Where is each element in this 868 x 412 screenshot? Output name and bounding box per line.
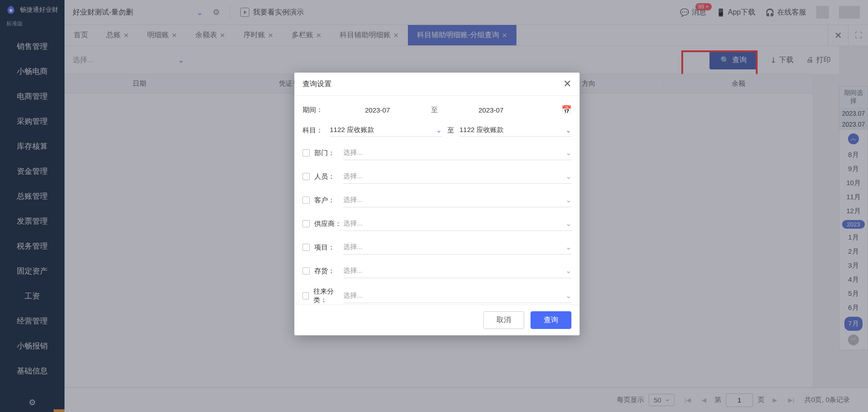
filter-label-text: 部门：	[314, 149, 335, 157]
chevron-down-icon: ⌄	[565, 196, 571, 204]
filter-label-text: 项目：	[314, 243, 335, 252]
subject-from-select[interactable]: 1122 应收账款 ⌄	[330, 124, 442, 137]
filter-label: 往来分类：	[303, 287, 343, 304]
dialog-close-button[interactable]: ✕	[563, 79, 571, 89]
calendar-icon[interactable]: 📅	[561, 105, 571, 115]
filter-row: 部门：选择...⌄	[303, 141, 571, 165]
filter-row: 人员：选择...⌄	[303, 165, 571, 188]
chevron-down-icon: ⌄	[565, 219, 571, 228]
filter-checkbox[interactable]	[303, 244, 310, 251]
period-to-input[interactable]: 2023-07	[443, 106, 539, 114]
subject-to-value: 1122 应收账款	[460, 126, 504, 134]
subject-label: 科目：	[303, 126, 330, 135]
filter-placeholder: 选择...	[343, 243, 363, 251]
chevron-down-icon: ⌄	[565, 126, 571, 134]
filter-select[interactable]: 选择...⌄	[343, 264, 571, 278]
filter-select[interactable]: 选择...⌄	[343, 193, 571, 207]
chevron-down-icon: ⌄	[565, 291, 571, 300]
filter-label: 供应商：	[303, 220, 343, 228]
subject-to-select[interactable]: 1122 应收账款 ⌄	[460, 124, 572, 137]
chevron-down-icon: ⌄	[436, 126, 442, 134]
filter-checkbox[interactable]	[303, 292, 309, 299]
filter-checkbox[interactable]	[303, 149, 310, 157]
dialog-title: 查询设置	[303, 79, 332, 89]
filter-row: 项目：选择...⌄	[303, 235, 571, 259]
filter-label: 部门：	[303, 149, 343, 157]
chevron-down-icon: ⌄	[565, 266, 571, 275]
filter-select[interactable]: 选择...⌄	[343, 240, 571, 255]
subject-from-value: 1122 应收账款	[330, 126, 374, 134]
filter-placeholder: 选择...	[343, 266, 363, 275]
filter-label-text: 往来分类：	[313, 287, 343, 304]
filter-label: 人员：	[303, 172, 343, 181]
chevron-down-icon: ⌄	[565, 148, 571, 157]
filter-placeholder: 选择...	[343, 291, 363, 300]
filter-placeholder: 选择...	[343, 172, 363, 181]
filter-row: 供应商：选择...⌄	[303, 212, 571, 235]
filter-label: 项目：	[303, 243, 343, 252]
period-label: 期间：	[303, 106, 330, 114]
filter-checkbox[interactable]	[303, 196, 310, 204]
filter-checkbox[interactable]	[303, 220, 310, 227]
filter-row: 往来分类：选择...⌄	[303, 283, 571, 304]
filter-select[interactable]: 选择...⌄	[343, 169, 571, 184]
cancel-button[interactable]: 取消	[483, 311, 524, 329]
filter-placeholder: 选择...	[343, 196, 363, 204]
filter-placeholder: 选择...	[343, 148, 363, 157]
filter-checkbox[interactable]	[303, 267, 310, 275]
query-settings-dialog: 查询设置 ✕ 期间： 2023-07 至 2023-07 📅 科目： 1122 …	[294, 73, 580, 335]
filter-checkbox[interactable]	[303, 173, 310, 180]
period-from-input[interactable]: 2023-07	[330, 106, 425, 114]
filter-row: 存货：选择...⌄	[303, 259, 571, 283]
period-separator: 至	[425, 106, 443, 114]
filter-label: 客户：	[303, 196, 343, 205]
filter-label-text: 人员：	[314, 172, 335, 181]
filter-select[interactable]: 选择...⌄	[343, 289, 571, 303]
filter-label-text: 存货：	[314, 267, 335, 275]
chevron-down-icon: ⌄	[565, 243, 571, 251]
filter-label-text: 客户：	[314, 196, 335, 205]
confirm-query-button[interactable]: 查询	[531, 311, 571, 329]
filter-label: 存货：	[303, 267, 343, 275]
filter-select[interactable]: 选择...⌄	[343, 146, 571, 160]
chevron-down-icon: ⌄	[565, 172, 571, 181]
filter-select[interactable]: 选择...⌄	[343, 216, 571, 231]
subject-separator: 至	[447, 126, 454, 135]
filter-row: 客户：选择...⌄	[303, 188, 571, 212]
filter-label-text: 供应商：	[314, 220, 342, 228]
filter-placeholder: 选择...	[343, 219, 363, 228]
